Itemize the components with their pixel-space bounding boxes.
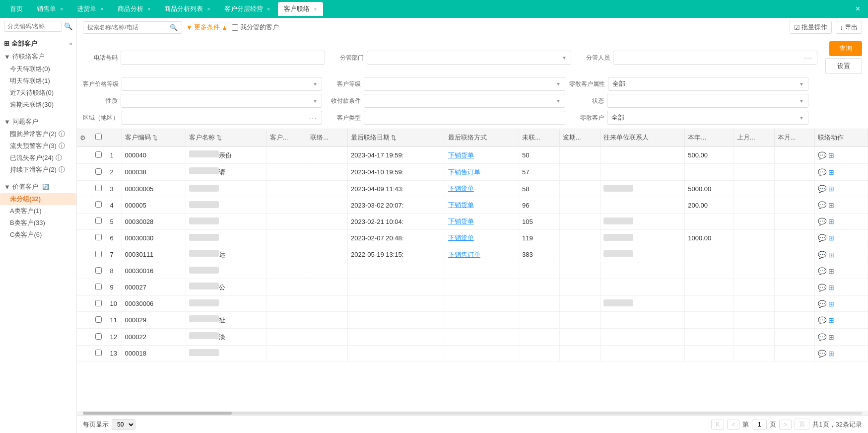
search-icon[interactable]: 🔍 bbox=[170, 24, 178, 31]
prev-page-button[interactable]: < bbox=[727, 420, 739, 430]
last-page-button[interactable]: 页 bbox=[795, 419, 809, 430]
cell-check[interactable] bbox=[92, 181, 107, 197]
close-customer-contact-icon[interactable]: × bbox=[314, 6, 317, 12]
group-value-customers[interactable]: ▼ 价值客户 🔄 bbox=[0, 180, 76, 193]
chat-icon[interactable]: 💬 bbox=[818, 333, 826, 341]
price-level-select[interactable]: ▼ bbox=[122, 77, 322, 91]
grid-icon[interactable]: ⊞ bbox=[828, 350, 834, 358]
cell-last-method[interactable]: 下销售订单 bbox=[445, 164, 519, 181]
page-size-select[interactable]: 50 bbox=[112, 419, 135, 430]
last-method-link[interactable]: 下销货单 bbox=[448, 201, 474, 209]
cell-check[interactable] bbox=[92, 246, 107, 263]
person-select[interactable]: ··· bbox=[613, 51, 817, 65]
row-checkbox[interactable] bbox=[95, 217, 102, 224]
row-checkbox[interactable] bbox=[95, 333, 102, 340]
sidebar-item-churned[interactable]: 已流失客户(24) ⓘ bbox=[0, 152, 76, 164]
last-method-link[interactable]: 下销售订单 bbox=[448, 168, 480, 176]
nature-select[interactable]: ▼ bbox=[121, 94, 322, 108]
group-problem-customers[interactable]: ▼ 问题客户 bbox=[0, 115, 76, 128]
chat-icon[interactable]: 💬 bbox=[818, 284, 826, 291]
chat-icon[interactable]: 💬 bbox=[818, 168, 826, 176]
col-code[interactable]: 客户编码⇅ bbox=[122, 129, 186, 146]
next-page-button[interactable]: > bbox=[779, 420, 792, 430]
col-type[interactable]: 客户... bbox=[267, 129, 307, 146]
my-customers-checkbox-area[interactable]: 我分管的客户 bbox=[232, 23, 279, 32]
col-overdue[interactable]: 逾期... bbox=[559, 129, 600, 146]
row-checkbox[interactable] bbox=[95, 168, 102, 175]
cell-last-method[interactable]: 下销货单 bbox=[445, 146, 519, 164]
row-checkbox[interactable] bbox=[95, 284, 102, 290]
col-no-contact[interactable]: 未联... bbox=[519, 129, 560, 146]
tab-customer-contact[interactable]: 客户联络 × bbox=[278, 2, 323, 16]
grid-icon[interactable]: ⊞ bbox=[828, 267, 834, 275]
sidebar-item-declining[interactable]: 持续下滑客户(2) ⓘ bbox=[0, 164, 76, 176]
cell-last-method[interactable]: 下销货单 bbox=[445, 197, 519, 214]
sidebar-item-class-a[interactable]: A类客户(1) bbox=[0, 205, 76, 217]
tab-product-list[interactable]: 商品分析列表 × bbox=[158, 2, 216, 16]
horizontal-scrollbar[interactable] bbox=[77, 411, 868, 415]
cell-check[interactable] bbox=[92, 197, 107, 214]
my-customers-checkbox[interactable] bbox=[232, 24, 238, 31]
scrollbar-thumb[interactable] bbox=[83, 412, 232, 415]
close-purchase-icon[interactable]: × bbox=[100, 6, 103, 12]
reset-button[interactable]: 设置 bbox=[825, 58, 862, 74]
grid-icon[interactable]: ⊞ bbox=[828, 300, 834, 308]
col-last-method[interactable]: 最后联络方式 bbox=[445, 129, 519, 146]
sidebar-search-input[interactable] bbox=[4, 21, 62, 32]
sparse-attr-select[interactable]: 全部▼ bbox=[608, 77, 808, 91]
chat-icon[interactable]: 💬 bbox=[818, 185, 826, 193]
close-product-analysis-icon[interactable]: × bbox=[147, 6, 150, 12]
chat-icon[interactable]: 💬 bbox=[818, 151, 826, 159]
sparse-select[interactable]: 全部▼ bbox=[607, 111, 808, 125]
grid-icon[interactable]: ⊞ bbox=[828, 234, 834, 242]
grid-icon[interactable]: ⊞ bbox=[828, 251, 834, 259]
export-button[interactable]: ↓ 导出 bbox=[836, 21, 863, 34]
cell-last-method[interactable]: 下销售订单 bbox=[445, 246, 519, 263]
cell-check[interactable] bbox=[92, 279, 107, 296]
chat-icon[interactable]: 💬 bbox=[818, 350, 826, 358]
customer-type-input[interactable] bbox=[364, 111, 565, 125]
chat-icon[interactable]: 💬 bbox=[818, 217, 826, 225]
sidebar-item-7days[interactable]: 近7天待联络(0) bbox=[0, 87, 76, 99]
sidebar-item-churn-warn[interactable]: 流失预警客户(3) ⓘ bbox=[0, 140, 76, 152]
region-select[interactable]: ··· bbox=[122, 111, 322, 125]
col-contact[interactable]: 联络... bbox=[307, 129, 348, 146]
cell-check[interactable] bbox=[92, 263, 107, 279]
batch-op-button[interactable]: ☑ 批量操作 bbox=[790, 21, 832, 34]
chat-icon[interactable]: 💬 bbox=[818, 300, 826, 308]
tab-purchase[interactable]: 进货单 × bbox=[71, 2, 109, 16]
col-inter-unit[interactable]: 往来单位联系人 bbox=[600, 129, 685, 146]
grid-icon[interactable]: ⊞ bbox=[828, 185, 834, 193]
sidebar-collapse-icon[interactable]: « bbox=[69, 40, 72, 47]
select-all-checkbox[interactable] bbox=[95, 134, 102, 140]
grid-icon[interactable]: ⊞ bbox=[828, 217, 834, 225]
search-input[interactable] bbox=[87, 24, 168, 31]
close-sales-icon[interactable]: × bbox=[60, 6, 63, 12]
row-checkbox[interactable] bbox=[95, 151, 102, 158]
sidebar-item-overdue[interactable]: 逾期未联络(30) bbox=[0, 99, 76, 111]
chat-icon[interactable]: 💬 bbox=[818, 267, 826, 275]
cell-check[interactable] bbox=[92, 312, 107, 329]
grid-icon[interactable]: ⊞ bbox=[828, 333, 834, 341]
sidebar-item-ungroup[interactable]: 未分组(32) bbox=[0, 193, 76, 205]
col-name[interactable]: 客户名称⇅ bbox=[186, 129, 267, 146]
grid-icon[interactable]: ⊞ bbox=[828, 284, 834, 291]
grid-icon[interactable]: ⊞ bbox=[828, 316, 834, 324]
chat-icon[interactable]: 💬 bbox=[818, 316, 826, 324]
row-checkbox[interactable] bbox=[95, 267, 102, 274]
first-page-button[interactable]: K bbox=[711, 420, 724, 430]
cell-check[interactable] bbox=[92, 164, 107, 181]
row-checkbox[interactable] bbox=[95, 300, 102, 306]
grid-icon[interactable]: ⊞ bbox=[828, 201, 834, 209]
cell-check[interactable] bbox=[92, 329, 107, 346]
more-conditions-button[interactable]: ▼ 更多条件 ▲ bbox=[186, 23, 228, 32]
settings-icon[interactable]: ⚙ bbox=[80, 134, 86, 142]
grid-icon[interactable]: ⊞ bbox=[828, 151, 834, 159]
cell-check[interactable] bbox=[92, 214, 107, 230]
row-checkbox[interactable] bbox=[95, 234, 102, 240]
sidebar-item-class-b[interactable]: B类客户(33) bbox=[0, 217, 76, 229]
cell-check[interactable] bbox=[92, 296, 107, 312]
sidebar-item-class-c[interactable]: C类客户(6) bbox=[0, 229, 76, 241]
cell-last-method[interactable]: 下销货单 bbox=[445, 214, 519, 230]
group-pending-contact[interactable]: ▼ 待联络客户 bbox=[0, 50, 76, 63]
